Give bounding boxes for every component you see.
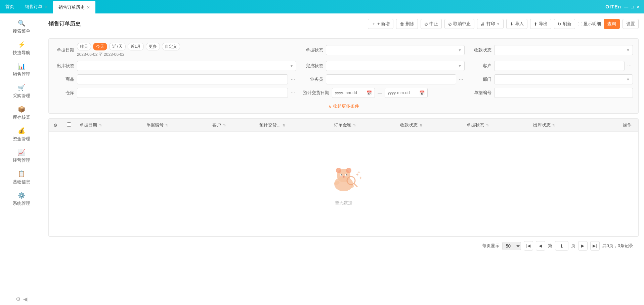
system-mgmt-icon: ⚙️ <box>18 192 25 199</box>
page-input[interactable]: 1 <box>555 241 568 251</box>
th-delivery-date[interactable]: 预计交货... ⇅ <box>255 119 330 132</box>
salesperson-input[interactable] <box>326 74 456 84</box>
page-label-after: 页 <box>571 243 575 249</box>
salesperson-more[interactable]: ··· <box>458 76 465 82</box>
sort-customer-icon: ⇅ <box>223 123 226 127</box>
th-gear[interactable]: ⚙ <box>49 119 62 132</box>
page-title: 销售订单历史 <box>48 21 81 28</box>
maximize-btn[interactable]: □ <box>631 4 634 9</box>
import-label: 导入 <box>515 21 524 27</box>
calendar-end-icon[interactable]: 📅 <box>419 90 425 96</box>
warehouse-more[interactable]: ··· <box>289 90 296 96</box>
sidebar-item-operations[interactable]: 📈 经营管理 <box>0 145 43 167</box>
cancel-stop-button[interactable]: ⊘ 取消中止 <box>444 19 474 29</box>
purchase-mgmt-icon: 🛒 <box>18 84 25 91</box>
empty-cell: ✦ ✦ ✦ 暂无数据 <box>49 132 638 236</box>
export-icon: ⬆ <box>534 22 538 27</box>
new-button[interactable]: ＋ + 新增 <box>368 19 393 29</box>
tab-sales-order[interactable]: 销售订单 ✕ <box>19 0 53 13</box>
import-button[interactable]: ⬇ 导入 <box>506 19 527 29</box>
tab-sales-order-history-close[interactable]: ✕ <box>87 5 90 10</box>
product-more[interactable]: ··· <box>289 76 296 82</box>
sidebar-settings-icon[interactable]: ⚙ <box>16 296 20 302</box>
filter-row-1: 单据日期 昨天 今天 近7天 近1月 更多 自定义 <box>54 43 633 58</box>
select-all-checkbox[interactable] <box>67 122 71 127</box>
close-btn[interactable]: ✕ <box>636 4 640 9</box>
prev-page-btn[interactable]: ◀ <box>536 241 545 251</box>
sidebar-item-operations-label: 经营管理 <box>13 157 30 163</box>
date-btn-today[interactable]: 今天 <box>93 43 107 50</box>
collapse-btn[interactable]: ∧ 收起更多条件 <box>54 101 633 109</box>
first-page-btn[interactable]: |◀ <box>524 241 533 251</box>
sidebar-item-finance[interactable]: 💰 资金管理 <box>0 124 43 145</box>
bill-status-select[interactable]: ▼ <box>326 45 465 55</box>
completion-status-select[interactable]: ▼ <box>326 61 465 71</box>
sidebar-item-quick-nav[interactable]: ⚡ 快捷导航 <box>0 38 43 59</box>
salesperson-control: ··· <box>326 74 465 84</box>
query-button[interactable]: 查询 <box>604 19 620 29</box>
sidebar-item-purchase-mgmt-label: 采购管理 <box>13 93 30 99</box>
date-dash: — <box>376 90 383 96</box>
th-operation-label: 操作 <box>623 122 632 127</box>
stop-button[interactable]: ⊘ 中止 <box>421 19 442 29</box>
sidebar-collapse-icon[interactable]: ◀ <box>23 296 27 302</box>
date-btn-custom[interactable]: 自定义 <box>162 43 180 50</box>
bill-number-input[interactable] <box>494 88 633 98</box>
delete-button[interactable]: 🗑 删除 <box>396 19 418 29</box>
stop-icon: ⊘ <box>424 22 428 27</box>
minimize-btn[interactable]: — <box>624 4 628 9</box>
calendar-start-icon[interactable]: 📅 <box>367 90 372 96</box>
th-receipt-status[interactable]: 收款状态 ⇅ <box>396 119 463 132</box>
last-page-btn[interactable]: ▶| <box>590 241 600 251</box>
th-outbound-status[interactable]: 出库状态 ⇅ <box>529 119 596 132</box>
warehouse-input[interactable] <box>77 88 288 98</box>
department-select[interactable]: ▼ <box>494 74 633 84</box>
export-button[interactable]: ⬆ 导出 <box>530 19 551 29</box>
date-btn-more[interactable]: 更多 <box>146 43 160 50</box>
th-date[interactable]: 单据日期 ⇅ <box>76 119 142 132</box>
date-btn-1month[interactable]: 近1月 <box>128 43 144 50</box>
tab-sales-order-label: 销售订单 <box>25 4 42 10</box>
filter-outbound-status-field: 出库状态 ▼ <box>54 61 296 71</box>
print-label: 打印 <box>486 21 495 27</box>
th-date-label: 单据日期 <box>80 122 97 127</box>
date-btn-7days[interactable]: 近7天 <box>109 43 126 50</box>
customer-input[interactable] <box>494 61 625 71</box>
th-amount[interactable]: 订单金额 ⇅ <box>330 119 396 132</box>
date-col: 昨天 今天 近7天 近1月 更多 自定义 2023-06-02 至 2023-0… <box>77 43 180 58</box>
outbound-status-select[interactable]: ▼ <box>77 61 296 71</box>
tab-sales-order-history[interactable]: 销售订单历史 ✕ <box>53 1 95 14</box>
print-button[interactable]: 🖨 打印 ▼ <box>477 19 504 29</box>
customer-more[interactable]: ··· <box>626 63 633 69</box>
bill-status-control: ▼ <box>326 45 465 55</box>
delivery-date-start-group: 📅 <box>332 88 375 98</box>
delivery-date-end[interactable] <box>388 90 418 95</box>
display-toggle[interactable]: 显示明细 <box>578 21 601 27</box>
tab-sales-order-close[interactable]: ✕ <box>44 4 48 9</box>
receipt-status-control: ▼ <box>494 45 633 55</box>
display-toggle-checkbox[interactable] <box>578 22 582 26</box>
sidebar-item-inventory[interactable]: 📦 库存核算 <box>0 102 43 124</box>
delivery-date-start[interactable] <box>335 90 365 95</box>
refresh-button[interactable]: ↻ 刷新 <box>554 19 575 29</box>
th-number[interactable]: 单据编号 ⇅ <box>142 119 209 132</box>
sidebar-item-system-mgmt[interactable]: ⚙️ 系统管理 <box>0 188 43 210</box>
tab-home[interactable]: 首页 <box>0 0 19 13</box>
th-bill-status[interactable]: 单据状态 ⇅ <box>463 119 529 132</box>
date-btn-yesterday[interactable]: 昨天 <box>77 43 91 50</box>
per-page-select[interactable]: 10 20 50 100 <box>502 242 521 250</box>
settings-button[interactable]: 设置 <box>622 19 639 29</box>
sidebar-item-search-menu[interactable]: 🔍 搜索菜单 <box>0 16 43 38</box>
department-arrow: ▼ <box>626 77 630 81</box>
sidebar-item-sales-mgmt[interactable]: 📊 销售管理 <box>0 59 43 81</box>
product-input[interactable] <box>77 74 288 84</box>
receipt-status-select[interactable]: ▼ <box>494 45 633 55</box>
gear-icon[interactable]: ⚙ <box>53 123 57 128</box>
next-page-btn[interactable]: ▶ <box>578 241 588 251</box>
outbound-status-arrow: ▼ <box>290 64 293 68</box>
sidebar-item-basic-info[interactable]: 📋 基础信息 <box>0 167 43 188</box>
sidebar-item-purchase-mgmt[interactable]: 🛒 采购管理 <box>0 81 43 102</box>
th-customer[interactable]: 客户 ⇅ <box>208 119 255 132</box>
completion-status-label: 完成状态 <box>303 63 323 69</box>
th-check[interactable] <box>62 119 76 132</box>
